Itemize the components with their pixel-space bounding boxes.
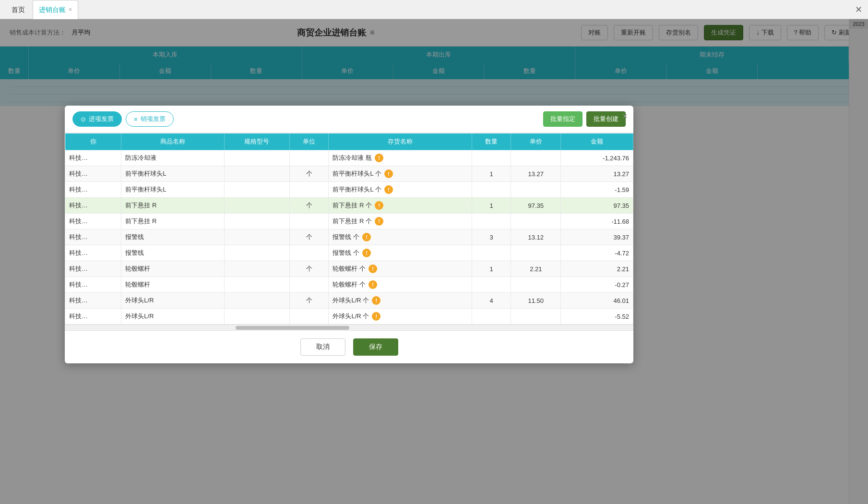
cell-5 bbox=[472, 150, 511, 166]
cell-0: 科技… bbox=[65, 214, 121, 229]
cell-5: 1 bbox=[472, 166, 511, 182]
table-row: 科技…外球头L/R个外球头L/R 个!411.5046.01 bbox=[65, 293, 633, 309]
inventory-cell: 报警线 个! bbox=[329, 229, 472, 245]
inventory-cell: 轮毂螺杆 个! bbox=[329, 261, 472, 277]
table-row: 科技…前下悬挂 R个前下悬挂 R 个!197.3597.35 bbox=[65, 198, 633, 214]
cell-3: 个 bbox=[289, 293, 329, 309]
cell-6: 13.27 bbox=[511, 166, 561, 182]
col-header-unit: 单位 bbox=[289, 133, 329, 150]
cell-7: -4.72 bbox=[561, 245, 633, 261]
cell-5 bbox=[472, 277, 511, 293]
warning-icon: ! bbox=[369, 264, 377, 273]
cell-6 bbox=[511, 277, 561, 293]
batch-assign-button[interactable]: 批量指定 bbox=[543, 111, 583, 127]
cell-2 bbox=[224, 214, 289, 229]
tab-bar: 首页 进销台账 × ✕ bbox=[0, 0, 868, 19]
save-button[interactable]: 保存 bbox=[353, 338, 398, 356]
cell-5 bbox=[472, 214, 511, 229]
dialog-header: ⊙ 进项发票 ≡ 销项发票 批量指定 批量创建 × bbox=[65, 106, 633, 133]
window-close-button[interactable]: ✕ bbox=[855, 4, 862, 15]
cell-2 bbox=[224, 166, 289, 182]
cell-7: 13.27 bbox=[561, 166, 633, 182]
table-row: 科技…前平衡杆球头L个前平衡杆球头L 个!113.2713.27 bbox=[65, 166, 633, 182]
inventory-cell: 前平衡杆球头L 个! bbox=[329, 182, 472, 198]
cell-3 bbox=[289, 214, 329, 229]
cell-7: 46.01 bbox=[561, 293, 633, 309]
table-row: 科技…前下悬挂 R前下悬挂 R 个!-11.68 bbox=[65, 214, 633, 229]
cell-0: 科技… bbox=[65, 166, 121, 182]
cell-3 bbox=[289, 245, 329, 261]
cell-7: 97.35 bbox=[561, 198, 633, 214]
cell-1: 轮毂螺杆 bbox=[121, 261, 224, 277]
warning-icon: ! bbox=[375, 201, 383, 210]
cell-0: 科技… bbox=[65, 245, 121, 261]
horizontal-scrollbar[interactable] bbox=[65, 324, 633, 330]
cell-5: 4 bbox=[472, 293, 511, 309]
cell-6: 13.12 bbox=[511, 229, 561, 245]
outgoing-icon: ≡ bbox=[134, 116, 138, 123]
cell-0: 科技… bbox=[65, 229, 121, 245]
cell-3: 个 bbox=[289, 261, 329, 277]
cell-0: 科技… bbox=[65, 198, 121, 214]
table-row: 科技…外球头L/R外球头L/R 个!-5.52 bbox=[65, 309, 633, 324]
cancel-button[interactable]: 取消 bbox=[300, 338, 345, 356]
cell-0: 科技… bbox=[65, 309, 121, 324]
warning-icon: ! bbox=[384, 169, 393, 178]
cell-0: 科技… bbox=[65, 150, 121, 166]
tab-active[interactable]: 进销台账 × bbox=[33, 0, 78, 19]
tab-home[interactable]: 首页 bbox=[4, 0, 33, 19]
cell-1: 前平衡杆球头L bbox=[121, 182, 224, 198]
table-row: 科技…轮毂螺杆个轮毂螺杆 个!12.212.21 bbox=[65, 261, 633, 277]
cell-6 bbox=[511, 214, 561, 229]
cell-3: 个 bbox=[289, 229, 329, 245]
inventory-cell: 外球头L/R 个! bbox=[329, 293, 472, 309]
batch-create-button[interactable]: 批量创建 bbox=[586, 111, 626, 127]
table-row: 科技…防冻冷却液防冻冷却液 瓶!-1,243.76 bbox=[65, 150, 633, 166]
warning-icon: ! bbox=[375, 154, 383, 162]
cell-6 bbox=[511, 150, 561, 166]
inventory-cell: 防冻冷却液 瓶! bbox=[329, 150, 472, 166]
cell-3 bbox=[289, 182, 329, 198]
cell-7: -5.52 bbox=[561, 309, 633, 324]
inventory-cell: 前下悬挂 R 个! bbox=[329, 198, 472, 214]
warning-icon: ! bbox=[372, 312, 380, 321]
warning-icon: ! bbox=[375, 217, 383, 226]
cell-2 bbox=[224, 245, 289, 261]
cell-2 bbox=[224, 229, 289, 245]
tab-outgoing-invoice[interactable]: ≡ 销项发票 bbox=[126, 111, 174, 127]
cell-3 bbox=[289, 277, 329, 293]
col-header-spec: 规格型号 bbox=[224, 133, 289, 150]
warning-icon: ! bbox=[362, 249, 371, 257]
table-row: 科技…报警线个报警线 个!313.1239.37 bbox=[65, 229, 633, 245]
cell-7: 2.21 bbox=[561, 261, 633, 277]
cell-2 bbox=[224, 277, 289, 293]
dialog-close-button[interactable]: × bbox=[622, 111, 628, 121]
cell-2 bbox=[224, 198, 289, 214]
cell-5 bbox=[472, 245, 511, 261]
cell-3: 个 bbox=[289, 166, 329, 182]
col-header-unit-price: 单价 bbox=[511, 133, 561, 150]
cell-5 bbox=[472, 309, 511, 324]
cell-1: 防冻冷却液 bbox=[121, 150, 224, 166]
table-row: 科技…轮毂螺杆轮毂螺杆 个!-0.27 bbox=[65, 277, 633, 293]
cell-0: 科技… bbox=[65, 182, 121, 198]
col-header-inventory: 存货名称 bbox=[329, 133, 472, 150]
cell-0: 科技… bbox=[65, 277, 121, 293]
cell-2 bbox=[224, 293, 289, 309]
col-header-amount: 金额 bbox=[561, 133, 633, 150]
inventory-cell: 报警线 个! bbox=[329, 245, 472, 261]
table-container[interactable]: 你 商品名称 规格型号 单位 存货名称 数量 单价 金额 科技…防冻冷却液防冻冷… bbox=[65, 133, 633, 324]
inventory-cell: 前下悬挂 R 个! bbox=[329, 214, 472, 229]
tab-close-icon[interactable]: × bbox=[69, 0, 72, 19]
warning-icon: ! bbox=[372, 296, 380, 305]
cell-1: 外球头L/R bbox=[121, 309, 224, 324]
cell-3 bbox=[289, 309, 329, 324]
cell-7: -1.59 bbox=[561, 182, 633, 198]
cell-7: -1,243.76 bbox=[561, 150, 633, 166]
tab-incoming-invoice[interactable]: ⊙ 进项发票 bbox=[72, 111, 122, 127]
cell-1: 报警线 bbox=[121, 229, 224, 245]
cell-0: 科技… bbox=[65, 261, 121, 277]
scrollbar-thumb bbox=[236, 326, 349, 330]
cell-5: 1 bbox=[472, 198, 511, 214]
invoice-table: 你 商品名称 规格型号 单位 存货名称 数量 单价 金额 科技…防冻冷却液防冻冷… bbox=[65, 133, 633, 324]
